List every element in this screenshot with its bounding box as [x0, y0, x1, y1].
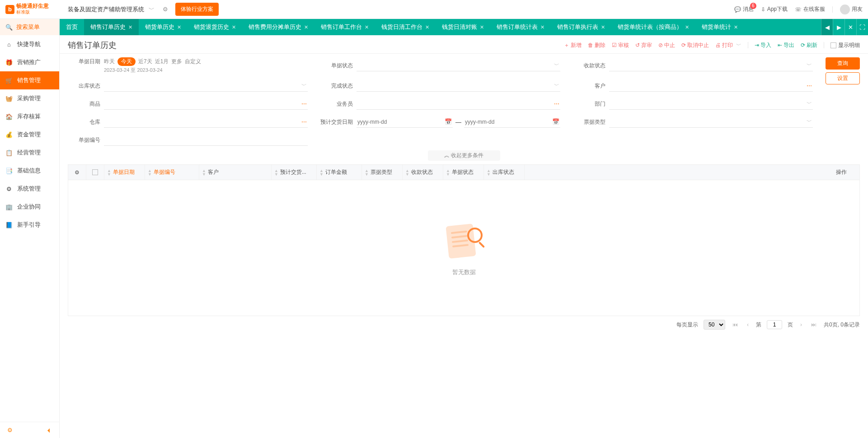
tab-fullscreen[interactable]: ⛶	[856, 19, 868, 35]
filter-finish-status[interactable]: 完成状态 ﹀	[320, 80, 560, 92]
tab-10[interactable]: 销货单统计✕	[695, 19, 744, 35]
sidebar-item-5[interactable]: 💰资金管理	[0, 126, 59, 144]
date-pill-3[interactable]: 近1月	[155, 58, 169, 65]
tab-close-all[interactable]: ✕	[845, 19, 856, 35]
stop-button[interactable]: ⊘中止	[658, 42, 675, 49]
th-0[interactable]: ▲▼单据日期	[104, 165, 145, 180]
refresh-button[interactable]: ⟳刷新	[801, 42, 817, 49]
online-service-button[interactable]: ☏ 在线客服	[795, 5, 825, 13]
tab-8[interactable]: 销售订单执行表✕	[551, 19, 611, 35]
th-2[interactable]: ▲▼客户	[199, 165, 272, 180]
page-number-input[interactable]	[767, 320, 782, 329]
date-pill-1[interactable]: 今天	[117, 57, 136, 66]
sidebar-item-3[interactable]: 🧺采购管理	[0, 89, 59, 107]
th-settings[interactable]: ⚙	[68, 165, 86, 180]
tab-home[interactable]: 首页	[60, 19, 84, 35]
tab-5[interactable]: 钱货日清工作台✕	[375, 19, 436, 35]
sidebar-item-7[interactable]: 📑基础信息	[0, 162, 59, 180]
th-7[interactable]: ▲▼单据状态	[443, 165, 484, 180]
expect-date-to[interactable]: 📅	[464, 116, 560, 128]
th-9[interactable]: 操作	[823, 165, 859, 180]
expect-date-from[interactable]: 📅	[357, 116, 453, 128]
filter-doc-no[interactable]: 单据编号	[68, 134, 308, 146]
th-3[interactable]: ▲▼预计交货...	[272, 165, 317, 180]
filter-customer[interactable]: 客户 ⋯	[573, 80, 813, 92]
sidebar-item-10[interactable]: 📘新手引导	[0, 216, 59, 234]
sidebar-item-9[interactable]: 🏢企业协同	[0, 198, 59, 216]
filter-out-status[interactable]: 出库状态 ﹀	[68, 80, 308, 92]
date-pill-2[interactable]: 近7天	[138, 58, 152, 65]
settings-icon[interactable]: ⚙	[7, 427, 13, 433]
filter-doc-status[interactable]: 单据状态 ﹀	[320, 57, 560, 74]
messages-button[interactable]: 💬 消息 6	[734, 5, 754, 13]
th-8[interactable]: ▲▼出库状态	[484, 165, 525, 180]
filter-warehouse[interactable]: 仓库 ⋯	[68, 116, 308, 128]
page-prev-button[interactable]: ‹	[745, 322, 751, 328]
tab-close-icon[interactable]: ✕	[177, 24, 181, 30]
tab-close-icon[interactable]: ✕	[540, 24, 544, 30]
void-button[interactable]: ↺弃审	[635, 42, 652, 49]
sidebar-item-8[interactable]: ⚙系统管理	[0, 180, 59, 198]
expect-date-to-input[interactable]	[465, 119, 540, 125]
settings-button[interactable]: 设置	[826, 72, 860, 84]
tab-1[interactable]: 销货单历史✕	[139, 19, 188, 35]
tab-close-icon[interactable]: ✕	[304, 24, 308, 30]
query-button[interactable]: 查询	[826, 57, 860, 70]
filter-ticket-type[interactable]: 票据类型 ﹀	[573, 116, 813, 128]
tab-0[interactable]: 销售订单历史✕	[84, 19, 139, 35]
export-button[interactable]: ⇤导出	[778, 42, 794, 49]
print-button[interactable]: 🖨打印﹀	[715, 42, 741, 49]
th-6[interactable]: ▲▼收款状态	[403, 165, 443, 180]
sidebar-item-4[interactable]: 🏠库存核算	[0, 107, 59, 126]
app-download-button[interactable]: ⇩ App下载	[761, 5, 788, 13]
tab-close-icon[interactable]: ✕	[232, 24, 236, 30]
tab-3[interactable]: 销售费用分摊单历史✕	[242, 19, 314, 35]
sidebar-item-2[interactable]: 🛒销售管理	[0, 71, 59, 89]
page-last-button[interactable]: ⏭	[809, 322, 818, 328]
user-menu[interactable]: 用友	[840, 5, 863, 14]
date-pill-4[interactable]: 更多	[171, 58, 182, 65]
filter-product[interactable]: 商品 ⋯	[68, 98, 308, 110]
add-button[interactable]: ＋新增	[564, 42, 582, 49]
system-selector[interactable]: 装备及固定资产辅助管理系统 ﹀ ⚙	[68, 5, 172, 14]
filter-pay-status[interactable]: 收款状态 ﹀	[573, 57, 813, 74]
tab-close-icon[interactable]: ✕	[128, 24, 132, 30]
th-4[interactable]: ▲▼订单金额	[317, 165, 362, 180]
page-first-button[interactable]: ⏮	[731, 322, 740, 328]
tab-9[interactable]: 销货单统计表（按商品）✕	[611, 19, 695, 35]
page-next-button[interactable]: ›	[798, 322, 804, 328]
collapse-filters-button[interactable]: ︽ 收起更多条件	[428, 150, 500, 161]
th-1[interactable]: ▲▼单据编号	[145, 165, 199, 180]
tab-2[interactable]: 销货退货历史✕	[188, 19, 242, 35]
tab-scroll-right[interactable]: ▶	[833, 19, 845, 35]
tab-close-icon[interactable]: ✕	[365, 24, 369, 30]
tab-close-icon[interactable]: ✕	[425, 24, 429, 30]
page-size-select[interactable]: 50	[704, 320, 725, 330]
expect-date-from-input[interactable]	[357, 119, 433, 125]
sidebar-search[interactable]: 🔍 搜索菜单	[0, 19, 59, 35]
tab-close-icon[interactable]: ✕	[685, 24, 689, 30]
tab-4[interactable]: 销售订单工作台✕	[314, 19, 375, 35]
gear-icon[interactable]: ⚙	[163, 6, 168, 13]
experience-button[interactable]: 体验行业方案	[175, 3, 219, 16]
tab-close-icon[interactable]: ✕	[734, 24, 738, 30]
sidebar-item-1[interactable]: 🎁营销推广	[0, 53, 59, 71]
tab-scroll-left[interactable]: ◀	[821, 19, 833, 35]
tab-close-icon[interactable]: ✕	[480, 24, 484, 30]
th-5[interactable]: ▲▼票据类型	[362, 165, 403, 180]
audit-button[interactable]: ☑审核	[612, 42, 629, 49]
tab-6[interactable]: 钱货日清对账✕	[436, 19, 490, 35]
tab-close-icon[interactable]: ✕	[601, 24, 605, 30]
filter-dept[interactable]: 部门 ﹀	[573, 98, 813, 110]
collapse-sidebar-icon[interactable]: ⏴	[46, 427, 52, 433]
delete-button[interactable]: 🗑删除	[588, 42, 605, 49]
th-checkbox[interactable]	[86, 165, 104, 180]
date-pill-5[interactable]: 自定义	[185, 58, 201, 65]
import-button[interactable]: ⇥导入	[755, 42, 771, 49]
unstop-button[interactable]: ⟳取消中止	[681, 42, 709, 49]
filter-salesman[interactable]: 业务员 ⋯	[320, 98, 560, 110]
tab-7[interactable]: 销售订单统计表✕	[490, 19, 551, 35]
sidebar-item-0[interactable]: ⌂快捷导航	[0, 35, 59, 53]
sidebar-item-6[interactable]: 📋经营管理	[0, 144, 59, 162]
show-detail-checkbox[interactable]: 显示明细	[830, 42, 860, 49]
